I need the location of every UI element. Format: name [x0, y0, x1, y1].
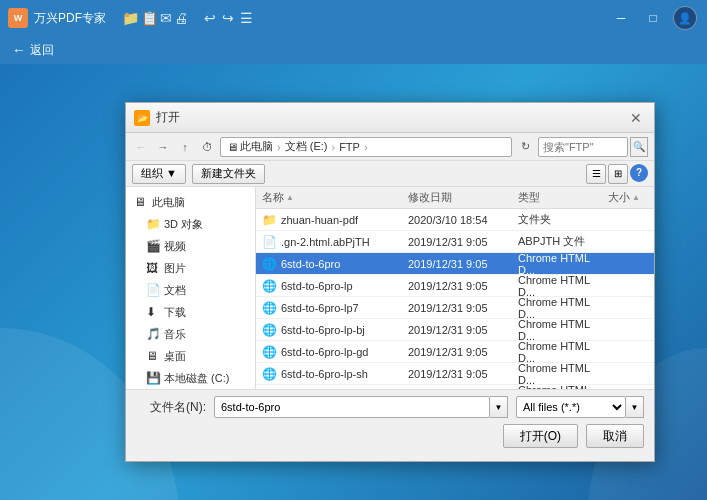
file-icon: 📄: [262, 235, 277, 249]
new-folder-button[interactable]: 新建文件夹: [192, 164, 265, 184]
file-date: 2019/12/31 9:05: [404, 346, 514, 358]
title-bar: W 万兴PDF专家 📁 📋 ✉ 🖨 ↩ ↪ ☰ ─ □ ✕: [0, 0, 707, 36]
tree-item-downloads[interactable]: ⬇ 下载: [126, 301, 255, 323]
nav-recent-button[interactable]: ⏱: [198, 138, 216, 156]
mail-icon[interactable]: ✉: [160, 10, 172, 26]
dialog-close-button[interactable]: ✕: [626, 108, 646, 128]
tree-item-pc[interactable]: 🖥 此电脑: [126, 191, 255, 213]
view-details-button[interactable]: ☰: [586, 164, 606, 184]
file-icon: 🌐: [262, 279, 277, 293]
filename-dropdown-button[interactable]: ▼: [490, 396, 508, 418]
file-icon: 🌐: [262, 257, 277, 271]
file-icon: 🌐: [262, 345, 277, 359]
file-name: 6std-to-6pro-lp: [281, 280, 353, 292]
main-content: 📂 打开 ✕ ← → ↑ ⏱ 🖥 此电脑 › 文档 (E:) › FTP › ↻…: [0, 64, 707, 500]
nav-back-button[interactable]: ←: [132, 138, 150, 156]
file-icon: 🌐: [262, 301, 277, 315]
file-item[interactable]: 🌐 6std-to-6pro-lp 2019/12/31 9:05 Chrome…: [256, 275, 654, 297]
nav-up-button[interactable]: ↑: [176, 138, 194, 156]
file-item[interactable]: 🌐 6std-to-6pro-lp-sh 2019/12/31 9:05 Chr…: [256, 363, 654, 385]
minimize-button[interactable]: ─: [607, 7, 635, 29]
sort-size-icon: ▲: [632, 193, 640, 202]
dialog-app-icon: 📂: [134, 110, 150, 126]
back-arrow-icon: ←: [12, 42, 26, 58]
ok-button[interactable]: 打开(O): [503, 424, 578, 448]
undo-icon[interactable]: ↩: [204, 10, 216, 26]
tree-item-3d[interactable]: 📁 3D 对象: [126, 213, 255, 235]
file-type: Chrome HTML D...: [514, 296, 604, 320]
file-name: 6std-to-6pro-lp-bj: [281, 324, 365, 336]
images-icon: 🖼: [146, 261, 160, 275]
filename-input[interactable]: [214, 396, 490, 418]
dialog-action-bar: 组织 ▼ 新建文件夹 ☰ ⊞ ?: [126, 161, 654, 187]
menu-icon[interactable]: ☰: [240, 10, 253, 26]
search-bar: 🔍: [538, 137, 648, 157]
app-icon: W: [8, 8, 28, 28]
file-item[interactable]: 🌐 6std-to-6pro 2019/12/31 9:05 Chrome HT…: [256, 253, 654, 275]
file-name: 6std-to-6pro: [281, 258, 340, 270]
organize-button[interactable]: 组织 ▼: [132, 164, 186, 184]
video-icon: 🎬: [146, 239, 160, 253]
file-item[interactable]: 🌐 6std-to-6pro-lp-bj 2019/12/31 9:05 Chr…: [256, 319, 654, 341]
pc-icon: 🖥: [134, 195, 148, 209]
breadcrumb-ftp: FTP: [339, 141, 360, 153]
col-header-type[interactable]: 类型: [514, 190, 604, 205]
redo-icon[interactable]: ↪: [222, 10, 234, 26]
filetype-dropdown-button[interactable]: ▼: [626, 396, 644, 418]
filename-row: 文件名(N): ▼ All files (*.*) ▼: [136, 396, 644, 418]
file-type: Chrome HTML D...: [514, 340, 604, 364]
breadcrumb-this-pc: 此电脑: [240, 139, 273, 154]
copy-icon[interactable]: 📋: [141, 10, 158, 26]
col-header-date[interactable]: 修改日期: [404, 190, 514, 205]
file-date: 2019/12/31 9:05: [404, 236, 514, 248]
new-folder-label: 新建文件夹: [201, 166, 256, 181]
help-button[interactable]: ?: [630, 164, 648, 182]
maximize-button[interactable]: □: [639, 7, 667, 29]
file-item[interactable]: 📁 zhuan-huan-pdf 2020/3/10 18:54 文件夹: [256, 209, 654, 231]
action-row: 打开(O) 取消: [136, 424, 644, 448]
tree-item-images[interactable]: 🖼 图片: [126, 257, 255, 279]
view-tiles-button[interactable]: ⊞: [608, 164, 628, 184]
dialog-body: 🖥 此电脑 📁 3D 对象 🎬 视频 🖼 图片 📄 文档: [126, 187, 654, 389]
breadcrumb-home-icon: 🖥: [227, 141, 238, 153]
print-icon[interactable]: 🖨: [174, 10, 188, 26]
file-date: 2019/12/31 9:05: [404, 368, 514, 380]
back-toolbar: ← 返回 👤: [0, 36, 707, 64]
tree-item-local-c[interactable]: 💾 本地磁盘 (C:): [126, 367, 255, 389]
avatar[interactable]: 👤: [673, 6, 697, 30]
folder-icon[interactable]: 📁: [122, 10, 139, 26]
file-type: 文件夹: [514, 212, 604, 227]
filename-label: 文件名(N):: [136, 399, 206, 416]
file-name: .gn-2.html.abPjTH: [281, 236, 370, 248]
col-header-size[interactable]: 大小 ▲: [604, 190, 654, 205]
tree-item-docs[interactable]: 📄 文档: [126, 279, 255, 301]
filetype-select[interactable]: All files (*.*): [516, 396, 626, 418]
breadcrumb-docs: 文档 (E:): [285, 139, 328, 154]
file-icon: 🌐: [262, 323, 277, 337]
search-input[interactable]: [538, 137, 628, 157]
col-header-name[interactable]: 名称 ▲: [256, 190, 404, 205]
file-item[interactable]: 🌐 6std-to-6pro-lp7 2019/12/31 9:05 Chrom…: [256, 297, 654, 319]
docs-icon: 📄: [146, 283, 160, 297]
file-date: 2020/3/10 18:54: [404, 214, 514, 226]
back-button[interactable]: ← 返回: [12, 42, 54, 59]
app-title: 万兴PDF专家: [34, 10, 106, 27]
file-item[interactable]: 🌐 6std-to-6pro-lp-gd 2019/12/31 9:05 Chr…: [256, 341, 654, 363]
file-date: 2019/12/31 9:05: [404, 324, 514, 336]
cancel-button[interactable]: 取消: [586, 424, 644, 448]
music-icon: 🎵: [146, 327, 160, 341]
tree-item-video[interactable]: 🎬 视频: [126, 235, 255, 257]
tree-item-music[interactable]: 🎵 音乐: [126, 323, 255, 345]
nav-forward-button[interactable]: →: [154, 138, 172, 156]
file-item[interactable]: 📄 .gn-2.html.abPjTH 2019/12/31 9:05 ABPJ…: [256, 231, 654, 253]
sort-name-icon: ▲: [286, 193, 294, 202]
file-type: Chrome HTML D...: [514, 318, 604, 342]
file-date: 2019/12/31 9:05: [404, 280, 514, 292]
organize-label: 组织 ▼: [141, 166, 177, 181]
breadcrumb[interactable]: 🖥 此电脑 › 文档 (E:) › FTP ›: [220, 137, 512, 157]
refresh-button[interactable]: ↻: [516, 138, 534, 156]
search-button[interactable]: 🔍: [630, 137, 648, 157]
tree-item-desktop[interactable]: 🖥 桌面: [126, 345, 255, 367]
dialog-bottom: 文件名(N): ▼ All files (*.*) ▼ 打开(O) 取消: [126, 389, 654, 461]
file-icon: 🌐: [262, 367, 277, 381]
